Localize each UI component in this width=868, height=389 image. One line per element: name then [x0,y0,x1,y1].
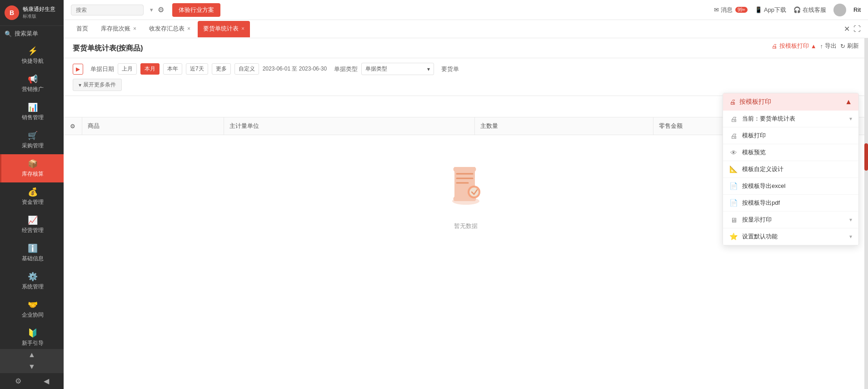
sidebar-item-operations[interactable]: 📈 经营管理 [0,211,64,239]
date-btn-current-month[interactable]: 本月 [140,63,160,75]
guide-icon: 🔰 [28,328,38,338]
sidebar-item-finance[interactable]: 💰 资金管理 [0,182,64,211]
date-btn-last7days[interactable]: 近7天 [186,63,208,75]
sidebar-item-quick-nav[interactable]: ⚡ 快捷导航 [0,41,64,70]
current-chevron-icon: ▾ [849,116,852,122]
date-range-display: 2023-06-01 至 2023-06-30 [263,65,327,73]
top-action-buttons: 🖨 按模板打印 ▲ ↑ 导出 ↻ 刷新 [772,42,859,50]
order-num-section: 要货单 [441,65,459,73]
topbar-search-input[interactable] [71,5,144,15]
dropdown-item-template-design[interactable]: 📐 模板自定义设计 [723,161,858,178]
sidebar-item-inventory[interactable]: 📦 库存核算 [0,154,64,182]
sidebar-collapse-icon[interactable]: ◀ [44,377,49,385]
sidebar-item-label: 企业协同 [22,311,44,319]
template-design-icon: 📐 [729,165,738,173]
dropdown-current-left: 🖨 当前：要货单统计表 [729,115,795,123]
sidebar-item-label: 采购管理 [22,142,44,150]
template-excel-icon: 📄 [729,182,738,190]
sidebar-nav: ⚡ 快捷导航 📢 营销推广 📊 销售管理 🛒 采购管理 📦 库存核算 💰 资金管… [0,41,64,349]
col-settings-header[interactable]: ⚙ [64,117,82,135]
tab-receipt-summary-close[interactable]: × [187,25,190,32]
dropdown-item-template-print[interactable]: 🖨 模板打印 [723,127,858,144]
scrollbar-thumb [864,143,868,171]
filter-row-2: ▾ 展开更多条件 [73,79,859,91]
message-icon: ✉ [714,6,719,13]
order-type-chevron-icon: ▾ [427,66,430,72]
set-default-label: 设置默认功能 [742,232,778,241]
tab-home-label: 首页 [76,25,88,33]
dropdown-current-item[interactable]: 🖨 当前：要货单统计表 ▾ [723,111,858,127]
trial-button[interactable]: 体验行业方案 [172,3,220,17]
col-goods-header: 商品 [82,117,224,135]
svg-point-2 [469,187,479,197]
dropdown-close-btn[interactable]: ▲ [845,98,852,106]
sidebar-item-label: 基础信息 [22,255,44,263]
collab-icon: 🤝 [28,300,38,310]
tab-order-stats[interactable]: 要货单统计表 × [198,21,250,37]
print-btn-chevron: ▲ [811,43,817,50]
dropdown-item-template-pdf[interactable]: 📄 按模板导出pdf [723,195,858,212]
tab-close-all-btn[interactable]: ✕ [844,25,850,33]
main-area: ▾ ⚙ 体验行业方案 ✉ 消息 99+ 📱 App下载 🎧 在线客服 Rit 首… [64,0,868,389]
sidebar-item-purchase[interactable]: 🛒 采购管理 [0,126,64,154]
right-scrollbar[interactable] [864,38,868,389]
search-menu-item[interactable]: 🔍 搜索菜单 [0,26,64,41]
tab-inventory-batch-close[interactable]: × [133,25,136,32]
sidebar-scroll-up[interactable]: ▲ [0,349,64,361]
sidebar-item-label: 经营管理 [22,227,44,234]
tab-fullscreen-btn[interactable]: ⛶ [853,25,861,33]
date-btn-current-year[interactable]: 本年 [163,63,182,75]
refresh-btn[interactable]: ↻ 刷新 [840,42,859,50]
sidebar-item-basic[interactable]: ℹ️ 基础信息 [0,239,64,267]
logo-text-block: 畅康通好生意 标准版 [23,6,55,20]
sidebar-scroll-down[interactable]: ▼ [0,361,64,373]
sidebar-item-sales[interactable]: 📊 销售管理 [0,98,64,126]
date-filter-section: 单据日期 上月 本月 本年 近7天 更多 自定义 2023-06-01 至 20… [90,63,327,75]
topbar: ▾ ⚙ 体验行业方案 ✉ 消息 99+ 📱 App下载 🎧 在线客服 Rit [64,0,868,20]
tab-order-stats-close[interactable]: × [241,25,244,32]
filter-expand-icon-btn[interactable]: ▶ [73,64,83,75]
sidebar-footer: ⚙ ◀ [0,373,64,389]
message-item[interactable]: ✉ 消息 99+ [714,6,748,14]
sidebar-item-system[interactable]: ⚙️ 系统管理 [0,267,64,295]
template-design-label: 模板自定义设计 [742,165,783,173]
date-btn-custom[interactable]: 自定义 [234,63,259,75]
app-download-label: App下载 [764,6,786,14]
tab-home[interactable]: 首页 [71,21,94,37]
date-btn-more[interactable]: 更多 [212,63,231,75]
print-template-btn[interactable]: 🖨 按模板打印 ▲ [772,42,817,50]
sidebar-item-collab[interactable]: 🤝 企业协同 [0,295,64,323]
topbar-chevron-icon[interactable]: ▾ [150,6,153,13]
export-btn[interactable]: ↑ 导出 [820,42,837,50]
sidebar-item-label: 资金管理 [22,198,44,206]
sidebar-settings-icon[interactable]: ⚙ [15,377,21,385]
dropdown-item-template-excel[interactable]: 📄 按模板导出excel [723,178,858,195]
date-btn-prev-month[interactable]: 上月 [118,63,137,75]
purchase-icon: 🛒 [28,131,38,141]
tab-inventory-batch[interactable]: 库存批次账 × [95,21,142,37]
app-download-item[interactable]: 📱 App下载 [755,6,786,14]
template-preview-icon: 👁 [729,149,738,157]
sidebar: B 畅康通好生意 标准版 🔍 搜索菜单 ⚡ 快捷导航 📢 营销推广 📊 销售管理… [0,0,64,389]
template-preview-label: 模板预览 [742,148,766,157]
expand-more-conditions-btn[interactable]: ▾ 展开更多条件 [73,79,122,91]
dropdown-display-print[interactable]: 🖥 按显示打印 ▾ [723,212,858,228]
online-service-item[interactable]: 🎧 在线客服 [793,6,826,14]
order-type-select[interactable]: 单据类型 ▾ [361,63,434,75]
dropdown-title: 按模板打印 [739,98,771,106]
operations-icon: 📈 [28,215,38,225]
topbar-gear-icon[interactable]: ⚙ [158,5,164,14]
dropdown-set-default[interactable]: ⭐ 设置默认功能 ▾ [723,228,858,245]
tab-receipt-summary[interactable]: 收发存汇总表 × [144,21,196,37]
avatar[interactable] [833,4,846,16]
sidebar-item-guide[interactable]: 🔰 新手引导 [0,323,64,349]
sidebar-item-marketing[interactable]: 📢 营销推广 [0,70,64,98]
logo-letter: B [10,9,14,16]
sidebar-item-label: 库存核算 [22,170,44,178]
app-name: 畅康通好生意 [23,6,55,13]
template-excel-label: 按模板导出excel [742,182,785,190]
dropdown-item-template-preview[interactable]: 👁 模板预览 [723,144,858,161]
app-logo: B 畅康通好生意 标准版 [0,0,64,26]
sidebar-item-label: 快捷导航 [22,57,44,65]
print-icon: 🖨 [729,98,736,106]
